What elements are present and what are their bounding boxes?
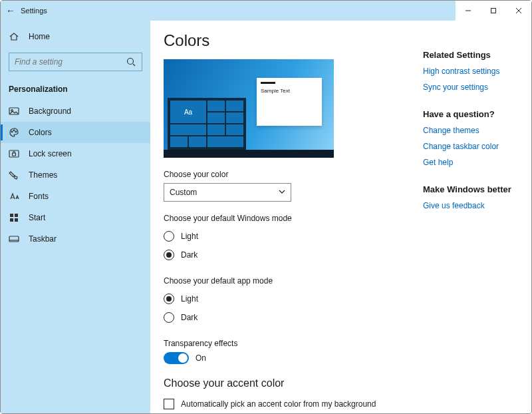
- sidebar-item-background[interactable]: Background: [1, 101, 150, 122]
- palette-icon: [9, 127, 19, 138]
- sidebar-item-label: Taskbar: [29, 234, 57, 244]
- themes-icon: [9, 170, 19, 180]
- svg-point-10: [15, 131, 17, 132]
- link-get-help[interactable]: Get help: [423, 158, 518, 167]
- radio-circle: [164, 231, 174, 242]
- radio-label: Dark: [181, 250, 198, 260]
- sidebar-home-label: Home: [29, 32, 50, 41]
- windows-mode-label: Choose your default Windows mode: [164, 214, 410, 223]
- maximize-button[interactable]: [481, 1, 506, 21]
- sidebar-item-label: Background: [29, 106, 71, 116]
- sidebar-item-lock-screen[interactable]: Lock screen: [1, 143, 150, 164]
- svg-point-8: [11, 131, 13, 132]
- svg-rect-13: [10, 214, 13, 217]
- windows-mode-group: LightDark: [164, 227, 410, 264]
- sidebar-item-label: Fonts: [29, 192, 49, 201]
- svg-rect-12: [13, 153, 16, 156]
- right-panel: Related SettingsHigh contrast settingsSy…: [423, 31, 518, 413]
- app-mode-group: LightDark: [164, 290, 410, 327]
- svg-line-5: [133, 64, 135, 66]
- back-button[interactable]: ←: [1, 5, 21, 16]
- content: Colors Aa Sample Text: [164, 31, 410, 413]
- right-block-heading: Have a question?: [423, 109, 518, 119]
- sidebar-item-taskbar[interactable]: Taskbar: [1, 228, 150, 250]
- accent-auto-checkbox[interactable]: [164, 399, 174, 409]
- home-icon: [9, 31, 19, 42]
- link-give-feedback[interactable]: Give us feedback: [423, 201, 518, 210]
- radio-label: Dark: [181, 313, 198, 322]
- right-block-heading: Make Windows better: [423, 184, 518, 194]
- preview-app-window: Sample Text: [257, 78, 322, 126]
- search-box[interactable]: [9, 53, 142, 71]
- sidebar-item-themes[interactable]: Themes: [1, 164, 150, 186]
- minimize-button[interactable]: [456, 1, 481, 21]
- picture-icon: [9, 106, 19, 116]
- preview-tile-aa: Aa: [170, 101, 206, 123]
- chevron-down-icon: [279, 188, 285, 197]
- choose-color-dropdown[interactable]: Custom: [164, 183, 291, 202]
- right-block-heading: Related Settings: [423, 50, 518, 60]
- sidebar-section-heading: Personalization: [1, 81, 150, 101]
- radio-circle: [164, 250, 174, 260]
- fonts-icon: [9, 191, 19, 202]
- transparency-toggle[interactable]: [164, 352, 189, 364]
- link-sync-settings[interactable]: Sync your settings: [423, 83, 518, 92]
- search-icon: [126, 57, 136, 67]
- close-button[interactable]: [506, 1, 531, 21]
- radio-label: Light: [181, 232, 198, 241]
- taskbar-icon: [9, 234, 19, 244]
- titlebar: ← Settings: [1, 1, 531, 21]
- transparency-label: Transparency effects: [164, 339, 410, 348]
- radio-label: Light: [181, 294, 198, 304]
- page-title: Colors: [164, 31, 410, 50]
- svg-rect-16: [15, 218, 18, 222]
- color-preview: Aa Sample Text: [164, 59, 334, 158]
- svg-rect-14: [15, 214, 18, 217]
- sidebar-item-start[interactable]: Start: [1, 207, 150, 228]
- search-input[interactable]: [15, 57, 122, 67]
- svg-point-4: [128, 59, 134, 65]
- link-high-contrast[interactable]: High contrast settings: [423, 67, 518, 76]
- windows-mode-radio-dark[interactable]: Dark: [164, 246, 410, 264]
- transparency-state: On: [196, 353, 206, 363]
- app-mode-radio-dark[interactable]: Dark: [164, 308, 410, 327]
- sidebar-item-fonts[interactable]: Fonts: [1, 186, 150, 207]
- radio-circle: [164, 294, 174, 304]
- sidebar-item-label: Themes: [29, 170, 57, 180]
- preview-sample-text: Sample Text: [261, 88, 290, 94]
- sidebar-item-label: Colors: [29, 128, 52, 137]
- choose-color-label: Choose your color: [164, 170, 410, 179]
- accent-auto-label: Automatically pick an accent color from …: [181, 399, 376, 409]
- sidebar-item-label: Lock screen: [29, 149, 72, 158]
- link-change-themes[interactable]: Change themes: [423, 126, 518, 135]
- start-icon: [9, 212, 19, 223]
- app-mode-label: Choose your default app mode: [164, 276, 410, 286]
- sidebar-item-label: Start: [29, 213, 45, 222]
- svg-rect-1: [491, 9, 496, 13]
- windows-mode-radio-light[interactable]: Light: [164, 227, 410, 246]
- window-title: Settings: [21, 7, 47, 15]
- lock-screen-icon: [9, 148, 19, 159]
- app-mode-radio-light[interactable]: Light: [164, 290, 410, 308]
- link-change-taskbar-color[interactable]: Change taskbar color: [423, 142, 518, 151]
- svg-rect-15: [10, 218, 13, 222]
- sidebar: Home Personalization BackgroundColorsLoc…: [1, 21, 150, 413]
- choose-color-value: Custom: [170, 188, 197, 197]
- accent-heading: Choose your accent color: [164, 377, 410, 389]
- svg-point-9: [13, 130, 15, 131]
- sidebar-home[interactable]: Home: [1, 26, 150, 47]
- sidebar-item-colors[interactable]: Colors: [1, 122, 150, 143]
- radio-circle: [164, 312, 174, 323]
- svg-rect-17: [9, 236, 19, 242]
